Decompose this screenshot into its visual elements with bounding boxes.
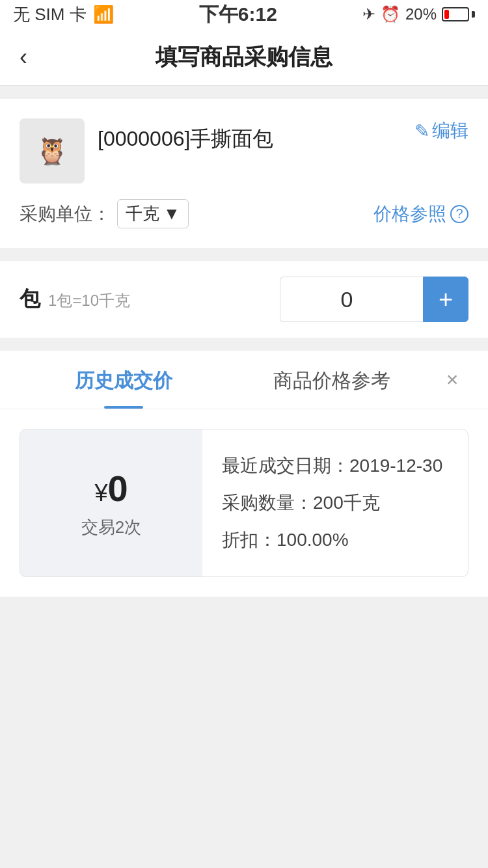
dropdown-chevron-icon: ▼: [163, 204, 180, 224]
location-icon: ✈: [362, 5, 375, 23]
product-unit-row: 采购单位： 千克 ▼ 价格参照 ?: [20, 199, 468, 228]
edit-icon: ✎: [414, 120, 429, 142]
price-ref-label: 价格参照: [373, 202, 446, 226]
quantity-row: 包 1包=10千克 +: [0, 261, 488, 338]
history-card: ¥0 交易2次 最近成交日期：2019-12-30 采购数量：200千克 折扣：…: [20, 429, 468, 577]
history-price-value: ¥0: [94, 467, 128, 509]
price-reference-button[interactable]: 价格参照 ?: [373, 202, 468, 226]
history-price-section: ¥0 交易2次: [20, 429, 202, 576]
quantity-main-label: 包: [20, 285, 40, 314]
status-right: ✈ ⏰ 20%: [362, 5, 475, 23]
battery-icon: [442, 7, 475, 21]
status-left: 无 SIM 卡 📶: [13, 3, 114, 26]
quantity-plus-button[interactable]: +: [423, 277, 468, 322]
status-bar: 无 SIM 卡 📶 下午6:12 ✈ ⏰ 20%: [0, 0, 488, 29]
recent-date-label: 最近成交日期：: [222, 455, 349, 476]
quantity-label-group: 包 1包=10千克: [20, 285, 130, 314]
history-details-section: 最近成交日期：2019-12-30 采购数量：200千克 折扣：100.00%: [202, 429, 468, 576]
unit-value: 千克: [126, 202, 159, 225]
purchase-qty-label: 采购数量：: [222, 493, 313, 513]
quantity-input[interactable]: [280, 277, 423, 322]
history-recent-date-row: 最近成交日期：2019-12-30: [222, 453, 448, 478]
battery-percent: 20%: [405, 5, 437, 23]
product-name: [0000006]手撕面包: [98, 125, 273, 154]
main-background: [0, 597, 488, 868]
discount-label: 折扣：: [222, 530, 277, 550]
history-qty-row: 采购数量：200千克: [222, 490, 448, 515]
close-icon: ×: [446, 368, 459, 392]
quantity-sub-label: 1包=10千克: [48, 290, 130, 311]
tab-history-price[interactable]: 历史成交价: [20, 351, 228, 409]
tabs-panel: 历史成交价 商品价格参考 × ¥0 交易2次 最近成交日期：2019-12-30: [0, 351, 488, 597]
wifi-icon: 📶: [93, 5, 114, 25]
product-info-left: 🦉 [0000006]手撕面包: [20, 118, 273, 183]
unit-label: 采购单位：: [20, 202, 111, 226]
plus-icon: +: [439, 286, 453, 314]
recent-date-value: 2019-12-30: [349, 455, 442, 476]
product-card: 🦉 [0000006]手撕面包 ✎ 编辑 采购单位： 千克 ▼ 价格参照 ?: [0, 99, 488, 248]
edit-button[interactable]: ✎ 编辑: [414, 118, 468, 143]
yen-symbol: ¥: [94, 480, 107, 506]
back-button[interactable]: ‹: [20, 37, 34, 77]
edit-label: 编辑: [432, 118, 468, 143]
product-image: 🦉: [20, 118, 85, 183]
purchase-qty-value: 200千克: [313, 493, 380, 513]
info-icon: ?: [450, 205, 468, 223]
tab-active-indicator: [104, 406, 143, 409]
history-trade-count: 交易2次: [81, 516, 141, 539]
unit-select-dropdown[interactable]: 千克 ▼: [117, 199, 189, 228]
history-content: ¥0 交易2次 最近成交日期：2019-12-30 采购数量：200千克 折扣：…: [0, 409, 488, 597]
discount-value: 100.00%: [277, 530, 349, 550]
tabs-header: 历史成交价 商品价格参考 ×: [0, 351, 488, 409]
tab-price-reference[interactable]: 商品价格参考: [228, 351, 436, 409]
page-title: 填写商品采购信息: [156, 42, 332, 72]
product-top-row: 🦉 [0000006]手撕面包 ✎ 编辑: [20, 118, 468, 183]
history-discount-row: 折扣：100.00%: [222, 527, 448, 552]
unit-select-wrapper: 采购单位： 千克 ▼: [20, 199, 189, 228]
product-thumbnail-icon: 🦉: [36, 136, 68, 167]
alarm-icon: ⏰: [381, 5, 400, 23]
page-header: ‹ 填写商品采购信息: [0, 29, 488, 86]
tab-close-button[interactable]: ×: [436, 364, 468, 396]
no-sim-label: 无 SIM 卡: [13, 3, 87, 26]
status-time: 下午6:12: [199, 1, 277, 28]
quantity-input-wrapper: +: [280, 277, 468, 322]
